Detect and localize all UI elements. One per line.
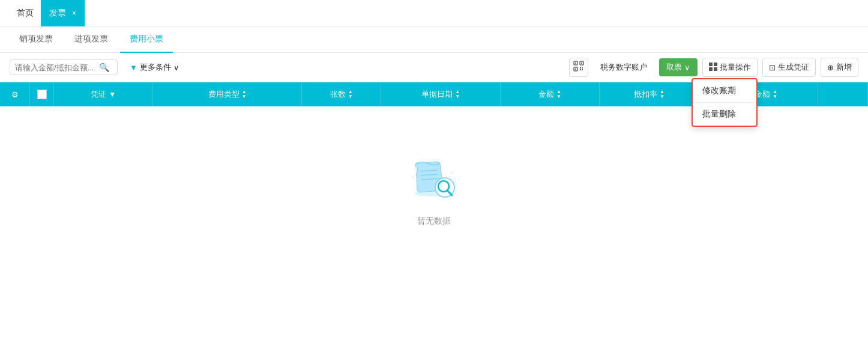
svg-point-21 bbox=[440, 183, 442, 185]
svg-point-24 bbox=[454, 181, 456, 182]
svg-rect-10 bbox=[709, 63, 713, 66]
th-count-label: 张数 bbox=[330, 89, 346, 100]
date-sort[interactable]: ▲▼ bbox=[455, 90, 460, 99]
tab-sales[interactable]: 销项发票 bbox=[10, 26, 62, 53]
svg-rect-8 bbox=[580, 69, 581, 70]
svg-rect-11 bbox=[714, 63, 717, 66]
take-ticket-btn[interactable]: 取票 ∨ bbox=[659, 58, 698, 76]
main-content: 销项发票 进项发票 费用小票 🔍 ▼ 更多条件 ∨ bbox=[0, 26, 868, 351]
batch-delete-item[interactable]: 批量删除 bbox=[693, 103, 756, 126]
select-all-checkbox[interactable] bbox=[37, 90, 47, 99]
toolbar: 🔍 ▼ 更多条件 ∨ bbox=[0, 53, 868, 82]
svg-point-25 bbox=[412, 177, 414, 179]
batch-op-label: 批量操作 bbox=[720, 62, 751, 73]
empty-icon bbox=[404, 154, 464, 209]
amount-sort[interactable]: ▲▼ bbox=[556, 90, 561, 99]
th-date-label: 单据日期 bbox=[421, 89, 453, 100]
search-input[interactable] bbox=[15, 63, 99, 72]
take-ticket-arrow: ∨ bbox=[684, 63, 690, 72]
gen-voucher-icon: ⊡ bbox=[769, 63, 776, 72]
expense-type-sort[interactable]: ▲▼ bbox=[242, 90, 247, 99]
svg-rect-3 bbox=[575, 63, 576, 64]
count-sort[interactable]: ▲▼ bbox=[348, 90, 353, 99]
svg-rect-4 bbox=[581, 63, 582, 64]
invoice-tab[interactable]: 发票 × bbox=[41, 0, 85, 26]
qr-icon bbox=[573, 61, 584, 75]
filter-arrow: ∨ bbox=[173, 63, 179, 72]
svg-point-22 bbox=[418, 183, 420, 186]
tab-expense[interactable]: 费用小票 bbox=[120, 26, 173, 53]
th-expense-type-label: 费用类型 bbox=[208, 89, 240, 100]
th-amount-label: 金额 bbox=[538, 89, 554, 100]
th-count: 张数 ▲▼ bbox=[302, 82, 382, 106]
th-checkbox[interactable] bbox=[30, 82, 54, 106]
toolbar-left: 🔍 ▼ 更多条件 ∨ bbox=[10, 60, 184, 75]
voucher-filter-icon[interactable]: ▼ bbox=[109, 90, 116, 99]
gen-voucher-label: 生成凭证 bbox=[778, 62, 809, 73]
tax-digital-btn[interactable]: 税务数字账户 bbox=[593, 58, 654, 76]
filter-label: 更多条件 bbox=[140, 62, 171, 73]
home-tab[interactable]: 首页 bbox=[10, 0, 41, 26]
svg-rect-13 bbox=[714, 67, 717, 71]
search-box[interactable]: 🔍 bbox=[10, 60, 118, 75]
batch-op-wrapper: 批量操作 修改账期 批量删除 bbox=[702, 58, 758, 77]
batch-op-btn[interactable]: 批量操作 bbox=[702, 58, 758, 77]
filter-icon: ▼ bbox=[130, 63, 137, 72]
search-icon[interactable]: 🔍 bbox=[99, 63, 109, 72]
svg-rect-12 bbox=[709, 67, 713, 71]
svg-point-23 bbox=[451, 172, 453, 174]
add-icon: ⊕ bbox=[827, 63, 834, 72]
gen-voucher-btn[interactable]: ⊡ 生成凭证 bbox=[762, 58, 816, 77]
th-deduct-rate: 抵扣率 ▲▼ bbox=[600, 82, 699, 106]
th-extra bbox=[818, 82, 868, 106]
filter-btn[interactable]: ▼ 更多条件 ∨ bbox=[125, 60, 184, 75]
empty-text: 暂无数据 bbox=[417, 216, 451, 227]
modify-period-item[interactable]: 修改账期 bbox=[693, 79, 756, 103]
svg-rect-9 bbox=[582, 69, 583, 70]
deduct-rate-sort[interactable]: ▲▼ bbox=[660, 90, 665, 99]
th-settings[interactable]: ⚙ bbox=[0, 82, 30, 106]
top-nav: 首页 发票 × bbox=[0, 0, 868, 26]
batch-dropdown-menu: 修改账期 批量删除 bbox=[692, 78, 758, 127]
svg-rect-5 bbox=[575, 69, 576, 70]
settings-icon[interactable]: ⚙ bbox=[11, 90, 19, 99]
svg-rect-7 bbox=[582, 67, 583, 69]
th-voucher: 凭证 ▼ bbox=[54, 82, 153, 106]
deduct-amount-sort[interactable]: ▲▼ bbox=[773, 90, 777, 99]
sub-tabs: 销项发票 进项发票 费用小票 bbox=[0, 26, 868, 53]
empty-state: 暂无数据 bbox=[0, 106, 868, 251]
th-voucher-label: 凭证 bbox=[91, 89, 106, 100]
batch-op-icon bbox=[709, 63, 717, 73]
add-label: 新增 bbox=[836, 62, 852, 73]
toolbar-right: 税务数字账户 取票 ∨ 批量操作 bbox=[569, 58, 858, 77]
qr-btn[interactable] bbox=[569, 58, 588, 77]
take-ticket-label: 取票 bbox=[666, 62, 682, 73]
th-amount: 金额 ▲▼ bbox=[501, 82, 600, 106]
th-deduct-rate-label: 抵扣率 bbox=[634, 89, 657, 100]
add-btn[interactable]: ⊕ 新增 bbox=[821, 58, 858, 77]
svg-rect-6 bbox=[580, 67, 581, 69]
tab-close-btn[interactable]: × bbox=[72, 9, 76, 17]
th-expense-type: 费用类型 ▲▼ bbox=[153, 82, 302, 106]
tab-purchase[interactable]: 进项发票 bbox=[65, 26, 118, 53]
th-date: 单据日期 ▲▼ bbox=[381, 82, 500, 106]
